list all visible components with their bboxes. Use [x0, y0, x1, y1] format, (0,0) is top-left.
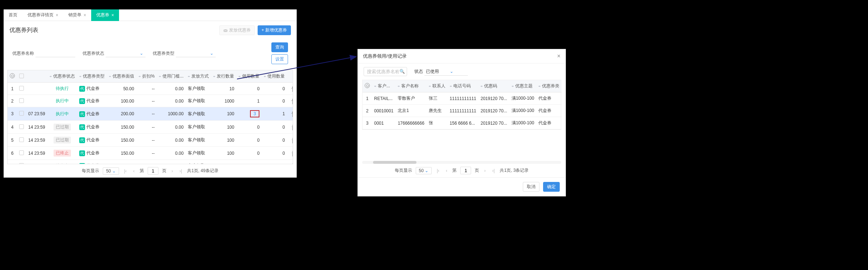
table-row[interactable]: 4 14 23:59 已过期 代代金券 150.00 -- 0.00 客户领取 … — [8, 121, 293, 134]
filter-type-select[interactable]: ⌄ — [176, 50, 216, 57]
row-face: 150.00 — [107, 134, 136, 147]
last-page-button[interactable]: ›| — [178, 169, 183, 174]
row-type: 代代金券 — [77, 134, 107, 147]
row-face: 50.00 — [107, 83, 136, 95]
row-claimed[interactable]: 3 — [236, 107, 262, 121]
row-used: 0 — [262, 83, 287, 95]
header: 优惠券列表 🎟发放优惠券 + 新增优惠券 — [4, 21, 297, 40]
col-phone[interactable]: 电话号码 — [448, 80, 478, 92]
row-claimed[interactable]: 0 — [236, 160, 262, 165]
close-icon[interactable]: × — [557, 53, 560, 59]
row-issued: 10 — [211, 83, 236, 95]
settings-button[interactable]: 设置 — [271, 54, 288, 64]
last-page-button[interactable]: ›| — [491, 168, 496, 173]
col-cust-name[interactable]: 客户名称 — [395, 80, 426, 92]
table-row[interactable]: 1 待执行 代代金券 50.00 -- 0.00 客户领取 10 0 0 — [8, 83, 293, 95]
row-used: 0 — [262, 95, 287, 107]
dispatch-coupon-button: 🎟发放优惠券 — [219, 25, 255, 35]
table-row[interactable]: 7 14 23:59 待发布 代代金券 150.00 -- 0.00 客户领取 … — [8, 160, 293, 165]
col-threshold[interactable]: 使用门槛... — [157, 70, 186, 83]
page-input[interactable] — [460, 167, 471, 174]
status-badge: 执行中 — [56, 98, 69, 104]
modal-title: 优惠券领用/使用记录 — [363, 53, 407, 59]
col-type[interactable]: 优惠券类 — [536, 80, 562, 92]
table-row[interactable]: 3 07 23:59 执行中 代代金券 200.00 -- 1000.00 客户… — [8, 107, 293, 121]
col-method[interactable]: 发放方式 — [186, 70, 211, 83]
row-checkbox[interactable] — [19, 98, 24, 103]
row-subject: 满1000-100 — [509, 92, 537, 105]
col-discount[interactable]: 折扣% — [136, 70, 157, 83]
col-type[interactable]: 优惠券类型 — [77, 70, 107, 83]
col-status[interactable]: 优惠券状态 — [47, 70, 77, 83]
row-cust-name: 北京1 — [395, 105, 426, 117]
col-face[interactable]: 优惠券面值 — [107, 70, 136, 83]
row-claimed[interactable]: 0 — [236, 134, 262, 147]
tab-home[interactable]: 首页 — [4, 9, 22, 21]
row-checkbox[interactable] — [19, 124, 24, 129]
row-checkbox[interactable] — [19, 137, 24, 142]
row-actions — [287, 147, 293, 160]
col-subject[interactable]: 优惠主题 — [509, 80, 537, 92]
confirm-button[interactable]: 确定 — [543, 182, 560, 192]
per-page-select[interactable]: 50 ⌄ — [103, 167, 119, 175]
claimed-link[interactable]: 3 — [250, 110, 260, 117]
next-page-button[interactable]: › — [170, 169, 174, 174]
open-icon[interactable] — [290, 112, 293, 117]
row-checkbox[interactable] — [19, 150, 24, 155]
first-page-button[interactable]: |‹ — [435, 168, 441, 173]
cancel-button[interactable]: 取消 — [523, 182, 539, 192]
row-discount: -- — [136, 121, 157, 134]
col-issued[interactable]: 发行数量 — [211, 70, 236, 83]
row-checkbox[interactable] — [19, 111, 24, 116]
table-row[interactable]: 5 14 23:59 已过期 代代金券 150.00 -- 0.00 客户领取 … — [8, 134, 293, 147]
page-input[interactable] — [148, 167, 158, 175]
first-page-button[interactable]: |‹ — [123, 169, 128, 174]
col-contact[interactable]: 联系人 — [427, 80, 448, 92]
col-coupon-code[interactable]: 优惠码 — [478, 80, 509, 92]
table-row[interactable]: 1 RETAIL... 零散客户 张三 11111111111 2019120 … — [363, 92, 562, 105]
open-icon — [290, 125, 293, 130]
table-row[interactable]: 2 00010001 北京1 唐先生 11111111111 2019120 7… — [363, 105, 562, 117]
row-claimed[interactable]: 0 — [236, 121, 262, 134]
horizontal-scrollbar[interactable] — [362, 161, 561, 164]
gear-icon[interactable] — [10, 73, 15, 78]
open-icon — [290, 151, 293, 156]
table-row[interactable]: 2 执行中 代代金券 100.00 -- 0.00 客户领取 1000 1 0 — [8, 95, 293, 107]
select-all-checkbox[interactable] — [19, 74, 24, 78]
tab-coupon[interactable]: 优惠券× — [91, 9, 119, 21]
row-threshold: 0.00 — [157, 147, 186, 160]
row-actions — [287, 83, 293, 95]
table-row[interactable]: 6 14 23:59 已终止 代代金券 150.00 -- 0.00 客户领取 … — [8, 147, 293, 160]
next-page-button[interactable]: › — [483, 168, 487, 173]
row-claimed[interactable]: 0 — [236, 83, 262, 95]
filter-status-select[interactable]: ⌄ — [106, 50, 145, 57]
row-issued: 1000 — [211, 95, 236, 107]
row-checkbox[interactable] — [19, 86, 24, 91]
search-icon[interactable]: 🔍 — [399, 69, 405, 74]
close-icon[interactable]: × — [56, 13, 58, 18]
col-claimed[interactable]: 领用数量 — [236, 70, 262, 83]
table-row[interactable]: 3 0001 17666666666 张 156 6666 6... 20191… — [363, 117, 562, 129]
filter-name-input[interactable] — [35, 49, 75, 57]
tab-sales[interactable]: 销货单× — [63, 9, 91, 21]
close-icon[interactable]: × — [84, 13, 86, 18]
row-claimed[interactable]: 0 — [236, 147, 262, 160]
filters: 优惠券名称 优惠券状态 ⌄ 优惠券类型 ⌄ 查询 设置 — [4, 40, 297, 70]
prev-page-button[interactable]: ‹ — [444, 168, 449, 173]
type-badge-icon: 代 — [79, 124, 85, 130]
open-icon[interactable] — [290, 87, 293, 92]
col-used[interactable]: 使用数量 — [262, 70, 287, 83]
close-icon[interactable]: × — [111, 13, 114, 18]
row-no: 4 — [8, 121, 17, 134]
status-badge: 已终止 — [54, 150, 71, 157]
modal-status-select[interactable]: 已使用⌄ — [424, 68, 468, 76]
per-page-select[interactable]: 50 ⌄ — [416, 167, 432, 174]
gear-icon[interactable] — [365, 83, 370, 88]
col-cust-code[interactable]: 客户... — [372, 80, 395, 92]
query-button[interactable]: 查询 — [271, 42, 288, 52]
row-claimed[interactable]: 1 — [236, 95, 262, 107]
tab-coupon-detail[interactable]: 优惠券详情页× — [22, 9, 63, 21]
open-icon[interactable] — [290, 99, 293, 104]
prev-page-button[interactable]: ‹ — [132, 169, 136, 174]
add-coupon-button[interactable]: + 新增优惠券 — [258, 25, 291, 35]
